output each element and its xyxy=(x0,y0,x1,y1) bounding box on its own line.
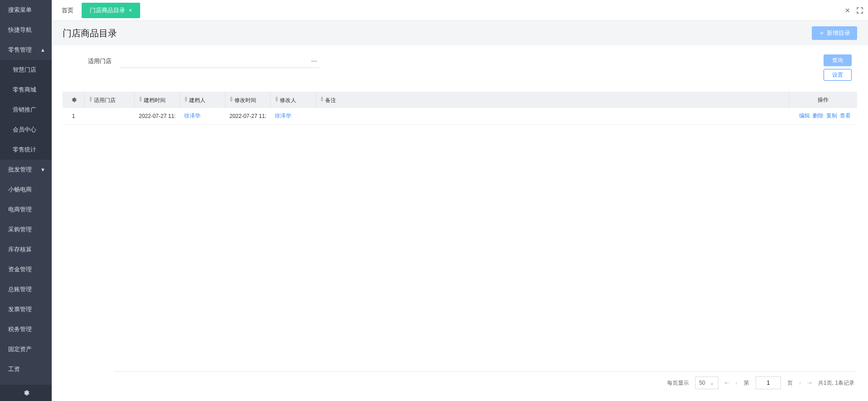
table-row: 12022-07-27 11:徐泽华2022-07-27 11:徐泽华编辑删除复… xyxy=(63,108,857,124)
last-page-icon[interactable]: ⇥ xyxy=(807,380,812,386)
filter-label-store: 适用门店 xyxy=(65,57,112,65)
sidebar-item-label: 零售统计 xyxy=(13,146,36,154)
sidebar-item-18[interactable]: 工资 xyxy=(0,359,52,379)
sidebar-item-11[interactable]: 采购管理 xyxy=(0,220,52,240)
sidebar-item-label: 批发管理 xyxy=(8,166,32,174)
row-action-复制[interactable]: 复制 xyxy=(826,112,837,119)
sort-icon: ▴▾ xyxy=(185,95,187,102)
add-catalog-button[interactable]: ＋ 新增目录 xyxy=(812,26,857,40)
sidebar-item-2[interactable]: 零售管理▲ xyxy=(0,40,52,60)
sidebar-item-10[interactable]: 电商管理 xyxy=(0,200,52,220)
table-cell: 2022-07-27 11: xyxy=(134,108,180,124)
sidebar-item-17[interactable]: 固定资产 xyxy=(0,339,52,359)
column-updated-at[interactable]: ▴▾修改时间 xyxy=(225,92,270,108)
table-cell: 徐泽华 xyxy=(180,108,225,124)
tab-home[interactable]: 首页 xyxy=(54,3,82,18)
sidebar-settings[interactable] xyxy=(0,385,52,401)
settings-button[interactable]: 设置 xyxy=(824,69,852,81)
sidebar-item-label: 营销推广 xyxy=(13,106,36,114)
fullscreen-icon[interactable] xyxy=(856,7,863,14)
table: ▴▾适用门店 ▴▾建档时间 ▴▾建档人 ▴▾修改时间 ▴▾修改人 ▴▾备注 操作… xyxy=(63,92,857,125)
sidebar-item-16[interactable]: 税务管理 xyxy=(0,319,52,339)
sidebar-item-label: 零售商城 xyxy=(13,86,36,94)
gear-icon xyxy=(22,389,29,396)
sidebar-item-label: 小畅电商 xyxy=(8,186,32,194)
sidebar-item-9[interactable]: 小畅电商 xyxy=(0,180,52,200)
sidebar-item-label: 总账管理 xyxy=(8,285,32,293)
caret-up-icon: ▲ xyxy=(40,47,45,53)
sidebar-item-4[interactable]: 零售商城 xyxy=(0,80,52,100)
sidebar-item-13[interactable]: 资金管理 xyxy=(0,259,52,279)
tabs-bar: 首页 门店商品目录 × × xyxy=(52,0,868,21)
sort-icon: ▴▾ xyxy=(139,95,142,102)
pager: 每页显示 50 ⌄ ⇤ ‹ 第 页 › ⇥ 共1页, 1条记录 xyxy=(667,377,854,389)
main: 首页 门店商品目录 × × 门店商品目录 ＋ 新增目录 适用门店 … xyxy=(52,0,868,401)
chevron-down-icon: ⌄ xyxy=(710,380,714,386)
sidebar-item-label: 会员中心 xyxy=(13,126,36,134)
close-icon[interactable]: × xyxy=(129,7,132,14)
sidebar-item-label: 库存核算 xyxy=(8,245,32,254)
tab-label: 首页 xyxy=(62,6,73,15)
sidebar-item-14[interactable]: 总账管理 xyxy=(0,279,52,299)
sidebar-item-5[interactable]: 营销推广 xyxy=(0,100,52,120)
prev-page-icon[interactable]: ‹ xyxy=(736,380,737,386)
page-input[interactable] xyxy=(760,380,777,386)
sidebar-item-1[interactable]: 快捷导航 xyxy=(0,20,52,40)
row-action-查看[interactable]: 查看 xyxy=(840,112,851,119)
page-input-wrap[interactable] xyxy=(756,377,781,389)
sidebar-item-label: 固定资产 xyxy=(8,345,32,353)
sidebar-item-label: 税务管理 xyxy=(8,325,32,333)
close-icon[interactable]: × xyxy=(845,6,850,15)
filter-row: 适用门店 … 查询 设置 xyxy=(52,45,868,92)
table-cell: 2022-07-27 11: xyxy=(225,108,270,124)
column-creator[interactable]: ▴▾建档人 xyxy=(180,92,225,108)
column-updater[interactable]: ▴▾修改人 xyxy=(270,92,316,108)
per-page-label: 每页显示 xyxy=(667,379,689,387)
sidebar-item-0[interactable]: 搜索菜单 xyxy=(0,0,52,20)
row-actions: 编辑删除复制查看 xyxy=(789,108,857,124)
sidebar-item-12[interactable]: 库存核算 xyxy=(0,240,52,259)
next-page-icon[interactable]: › xyxy=(799,380,801,386)
sidebar-item-8[interactable]: 批发管理▼ xyxy=(0,160,52,180)
per-page-select[interactable]: 50 ⌄ xyxy=(695,377,718,389)
sidebar-item-label: 零售管理 xyxy=(8,46,32,54)
sidebar-item-3[interactable]: 智慧门店 xyxy=(0,60,52,80)
page-prefix: 第 xyxy=(744,379,749,387)
sidebar-item-label: 采购管理 xyxy=(8,225,32,234)
divider xyxy=(114,372,857,372)
sidebar-item-7[interactable]: 零售统计 xyxy=(0,140,52,160)
row-action-删除[interactable]: 删除 xyxy=(813,112,824,119)
row-action-编辑[interactable]: 编辑 xyxy=(799,112,810,119)
sidebar-item-label: 电商管理 xyxy=(8,205,32,214)
sidebar-item-label: 工资 xyxy=(8,365,20,373)
gear-icon xyxy=(70,97,77,103)
sidebar-item-15[interactable]: 发票管理 xyxy=(0,299,52,319)
column-created-at[interactable]: ▴▾建档时间 xyxy=(134,92,180,108)
first-page-icon[interactable]: ⇤ xyxy=(725,380,729,386)
tab-store-catalog[interactable]: 门店商品目录 × xyxy=(82,3,140,18)
sidebar-item-label: 搜索菜单 xyxy=(8,6,32,14)
pager-summary: 共1页, 1条记录 xyxy=(818,379,854,387)
table-cell xyxy=(84,108,134,124)
column-remark[interactable]: ▴▾备注 xyxy=(316,92,789,108)
title-bar: 门店商品目录 ＋ 新增目录 xyxy=(52,21,868,45)
link[interactable]: 徐泽华 xyxy=(275,112,291,119)
page-suffix: 页 xyxy=(787,379,793,387)
sort-icon: ▴▾ xyxy=(230,95,233,102)
sidebar-item-label: 快捷导航 xyxy=(8,26,32,34)
sidebar-item-label: 发票管理 xyxy=(8,305,32,313)
sidebar-item-label: 资金管理 xyxy=(8,265,32,274)
link[interactable]: 徐泽华 xyxy=(184,112,200,119)
sidebar-item-label: 智慧门店 xyxy=(13,66,36,74)
tab-label: 门店商品目录 xyxy=(90,6,125,15)
column-store[interactable]: ▴▾适用门店 xyxy=(84,92,134,108)
page-title: 门店商品目录 xyxy=(63,27,117,39)
ellipsis-icon[interactable]: … xyxy=(311,56,317,63)
column-settings[interactable] xyxy=(63,92,84,108)
store-input[interactable] xyxy=(120,54,319,68)
sort-icon: ▴▾ xyxy=(89,95,92,102)
plus-icon: ＋ xyxy=(819,29,825,37)
caret-down-icon: ▼ xyxy=(40,167,45,172)
sidebar-item-6[interactable]: 会员中心 xyxy=(0,120,52,140)
search-button[interactable]: 查询 xyxy=(824,54,852,66)
